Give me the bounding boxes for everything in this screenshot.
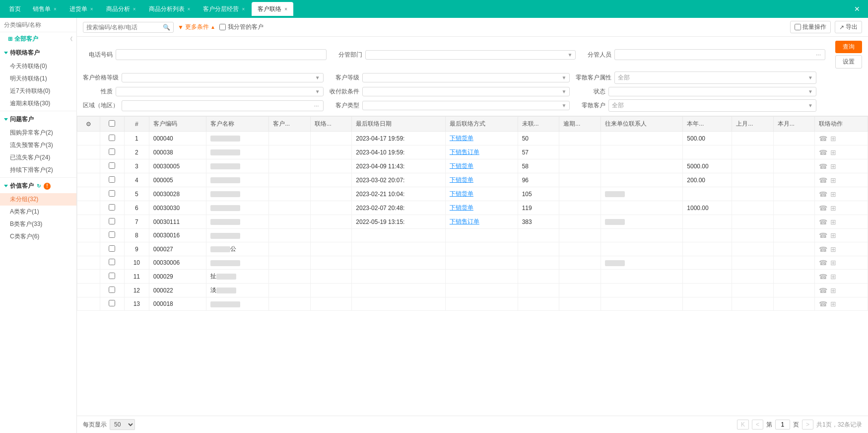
more-conditions-btn[interactable]: ▼ 更多条件 ▲ bbox=[178, 23, 215, 31]
sidebar-group-value[interactable]: 价值客户 ↻ ! bbox=[0, 179, 76, 193]
customer-grade-select[interactable]: ▼ bbox=[362, 73, 570, 82]
contact-method-link[interactable]: 下销售订单 bbox=[450, 218, 479, 225]
phone-input[interactable] bbox=[116, 49, 327, 60]
close-icon[interactable]: × bbox=[284, 6, 287, 12]
grid-action-icon[interactable]: ⊞ bbox=[830, 176, 836, 184]
retail-select[interactable]: 全部 ▼ bbox=[608, 99, 816, 112]
nav-tab-analysis-list[interactable]: 商品分析列表 × bbox=[143, 2, 197, 16]
contact-method-link[interactable]: 下销货单 bbox=[450, 176, 473, 183]
sidebar-item-c-class[interactable]: C类客户(6) bbox=[0, 230, 76, 243]
row-checkbox[interactable] bbox=[109, 287, 115, 293]
sidebar-item-ungrouped[interactable]: 未分组(32) bbox=[0, 193, 76, 206]
close-icon[interactable]: × bbox=[242, 6, 245, 12]
sidebar-item-overdue[interactable]: 逾期未联络(30) bbox=[0, 97, 76, 110]
row-checkbox[interactable] bbox=[109, 245, 115, 252]
nav-tab-purchase[interactable]: 进货单 × bbox=[64, 2, 99, 16]
contact-method-link[interactable]: 下销货单 bbox=[450, 204, 473, 211]
dept-select[interactable]: ▼ bbox=[365, 50, 576, 60]
nav-home[interactable]: 首页 bbox=[4, 5, 26, 13]
sidebar-search-input[interactable] bbox=[4, 21, 77, 28]
phone-action-icon[interactable]: ☎ bbox=[819, 273, 827, 281]
phone-action-icon[interactable]: ☎ bbox=[819, 190, 827, 198]
grid-action-icon[interactable]: ⊞ bbox=[830, 231, 836, 239]
grid-action-icon[interactable]: ⊞ bbox=[830, 204, 836, 212]
nav-tab-analysis[interactable]: 商品分析 × bbox=[100, 2, 142, 16]
phone-action-icon[interactable]: ☎ bbox=[819, 176, 827, 184]
refresh-icon[interactable]: ↻ bbox=[37, 183, 41, 189]
sidebar-item-today[interactable]: 今天待联络(0) bbox=[0, 60, 76, 72]
phone-action-icon[interactable]: ☎ bbox=[819, 287, 827, 294]
phone-action-icon[interactable]: ☎ bbox=[819, 231, 827, 239]
grid-action-icon[interactable]: ⊞ bbox=[830, 273, 836, 281]
search-icon[interactable]: 🔍 bbox=[163, 24, 170, 31]
close-icon[interactable]: × bbox=[133, 6, 136, 12]
contact-method-link[interactable]: 下销货单 bbox=[450, 162, 473, 169]
sidebar-all-customers[interactable]: ⊞ 全部客户 《 bbox=[0, 32, 76, 46]
price-grade-select[interactable]: ▼ bbox=[122, 73, 324, 82]
collapse-icon[interactable]: 《 bbox=[67, 36, 72, 43]
contact-method-link[interactable]: 下销货单 bbox=[450, 190, 473, 197]
my-customers-check[interactable] bbox=[219, 24, 226, 30]
row-checkbox[interactable] bbox=[109, 148, 115, 155]
contact-method-link[interactable]: 下销售订单 bbox=[450, 148, 479, 155]
reset-button[interactable]: 设置 bbox=[835, 55, 862, 69]
row-checkbox[interactable] bbox=[109, 218, 115, 224]
sidebar-group-problem[interactable]: 问题客户 bbox=[0, 112, 76, 127]
sidebar-item-churned[interactable]: 已流失客户(24) bbox=[0, 151, 76, 164]
next-page-btn[interactable]: > bbox=[802, 420, 813, 430]
close-icon[interactable]: × bbox=[90, 6, 93, 12]
row-checkbox[interactable] bbox=[109, 273, 115, 279]
phone-action-icon[interactable]: ☎ bbox=[819, 162, 827, 170]
contact-method-link[interactable]: 下销货单 bbox=[450, 135, 473, 142]
sidebar-item-b-class[interactable]: B类客户(33) bbox=[0, 218, 76, 230]
grid-action-icon[interactable]: ⊞ bbox=[830, 162, 836, 170]
more-icon[interactable]: ··· bbox=[313, 102, 320, 109]
my-customers-checkbox[interactable]: 我分管的客户 bbox=[219, 23, 264, 31]
phone-action-icon[interactable]: ☎ bbox=[819, 259, 827, 267]
row-checkbox[interactable] bbox=[109, 300, 115, 306]
sidebar-group-pending[interactable]: 待联络客户 bbox=[0, 46, 76, 60]
grid-action-icon[interactable]: ⊞ bbox=[830, 287, 836, 294]
phone-action-icon[interactable]: ☎ bbox=[819, 300, 827, 308]
grid-action-icon[interactable]: ⊞ bbox=[830, 300, 836, 308]
row-checkbox[interactable] bbox=[109, 176, 115, 183]
phone-action-icon[interactable]: ☎ bbox=[819, 245, 827, 253]
phone-action-icon[interactable]: ☎ bbox=[819, 135, 827, 143]
col-settings[interactable]: ⚙ bbox=[77, 117, 100, 132]
window-close-button[interactable]: ✕ bbox=[850, 5, 864, 13]
manager-select[interactable]: ··· bbox=[614, 49, 825, 60]
sidebar-item-7days[interactable]: 近7天待联络(0) bbox=[0, 85, 76, 97]
sidebar-item-tomorrow[interactable]: 明天待联络(1) bbox=[0, 72, 76, 85]
sidebar-item-abnormal[interactable]: 囤购异常客户(2) bbox=[0, 127, 76, 139]
nav-tab-customer-contact[interactable]: 客户联络 × bbox=[252, 2, 293, 16]
nav-tab-customer-segment[interactable]: 客户分层经营 × bbox=[197, 2, 251, 16]
row-checkbox[interactable] bbox=[109, 162, 115, 169]
search-input[interactable] bbox=[86, 24, 161, 31]
sidebar-item-a-class[interactable]: A类客户(1) bbox=[0, 206, 76, 218]
grid-action-icon[interactable]: ⊞ bbox=[830, 148, 836, 156]
phone-action-icon[interactable]: ☎ bbox=[819, 148, 827, 156]
more-icon[interactable]: ··· bbox=[815, 51, 822, 58]
grid-action-icon[interactable]: ⊞ bbox=[830, 259, 836, 267]
sidebar-item-churn-warning[interactable]: 流失预警客户(3) bbox=[0, 139, 76, 151]
first-page-btn[interactable]: K bbox=[737, 420, 749, 430]
retail-attr-select[interactable]: 全部 ▼ bbox=[614, 72, 816, 84]
export-btn[interactable]: ↗ 导出 bbox=[835, 21, 862, 33]
grid-action-icon[interactable]: ⊞ bbox=[830, 218, 836, 226]
nature-select[interactable]: ▼ bbox=[116, 87, 324, 96]
row-checkbox[interactable] bbox=[109, 259, 115, 265]
row-checkbox[interactable] bbox=[109, 231, 115, 238]
close-icon[interactable]: × bbox=[188, 6, 191, 12]
prev-page-btn[interactable]: < bbox=[752, 420, 763, 430]
sidebar-item-declining[interactable]: 持续下滑客户(2) bbox=[0, 164, 76, 176]
customer-type-select[interactable]: ▼ bbox=[362, 101, 570, 110]
phone-action-icon[interactable]: ☎ bbox=[819, 204, 827, 212]
status-select[interactable]: ▼ bbox=[608, 87, 816, 96]
grid-action-icon[interactable]: ⊞ bbox=[830, 245, 836, 253]
region-select[interactable]: ··· bbox=[122, 100, 324, 111]
row-checkbox[interactable] bbox=[109, 135, 115, 141]
page-size-select[interactable]: 50 100 200 bbox=[110, 419, 135, 430]
nav-tab-sales[interactable]: 销售单 × bbox=[27, 2, 63, 16]
close-icon[interactable]: × bbox=[54, 6, 57, 12]
page-number-input[interactable] bbox=[775, 420, 790, 430]
